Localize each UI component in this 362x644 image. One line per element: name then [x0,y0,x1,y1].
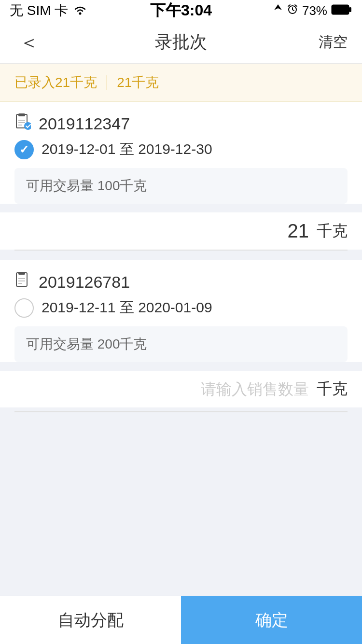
info-divider [107,75,107,90]
batch-icon-2 [14,272,31,292]
alarm-icon [287,3,298,18]
svg-point-9 [24,122,31,130]
batch-header-1: 2019112347 [14,113,348,134]
info-label: 已录入21千克 [14,73,97,92]
carrier-text: 无 SIM 卡 [10,1,68,20]
input-unit-2: 千克 [317,378,348,400]
batch-date-1: 2019-12-01 至 2019-12-30 [42,140,212,159]
clear-button[interactable]: 清空 [319,32,348,52]
nav-title: 录批次 [155,30,207,54]
section-divider [0,251,362,260]
nav-bar: ＜ 录批次 清空 [0,21,362,64]
status-left: 无 SIM 卡 [10,1,87,20]
batch-date-row-1: 2019-12-01 至 2019-12-30 [14,140,348,159]
batch-number-1: 2019112347 [39,114,130,133]
location-icon [273,3,283,18]
status-time: 下午3:04 [150,0,212,21]
battery-icon [331,3,352,18]
wifi-icon [73,3,87,18]
batch-availability-1: 可用交易量 100千克 [14,168,348,204]
quantity-unit-1: 千克 [317,221,348,242]
battery-percent: 73% [302,3,327,18]
input-row-2[interactable]: 千克 [0,371,362,407]
batch-item-2: 2019126781 2019-12-11 至 2020-01-09 可用交易量… [0,260,362,362]
batch-header-2: 2019126781 [14,272,348,292]
batch-radio-2[interactable] [14,298,34,318]
batch-number-2: 2019126781 [39,273,130,292]
svg-rect-2 [332,5,349,14]
status-bar: 无 SIM 卡 下午3:04 73% [0,0,362,21]
quantity-row-1: 21 千克 [0,212,362,250]
quantity-value-1: 21 [288,220,309,242]
info-banner: 已录入21千克 21千克 [0,64,362,102]
batch-date-2: 2019-12-11 至 2020-01-09 [42,298,212,318]
bottom-bar: 自动分配 确定 [0,596,362,644]
status-right: 73% [273,3,352,18]
info-value: 21千克 [117,73,159,92]
back-button[interactable]: ＜ [14,24,43,60]
batch-radio-1[interactable] [14,140,34,159]
batch-availability-2: 可用交易量 200千克 [14,326,348,362]
svg-rect-11 [18,272,25,275]
batch-date-row-2: 2019-12-11 至 2020-01-09 [14,298,348,318]
svg-rect-3 [349,7,351,12]
empty-area [0,412,362,625]
auto-distribute-button[interactable]: 自动分配 [0,596,181,644]
confirm-button[interactable]: 确定 [181,596,362,644]
batch-item-1: 2019112347 2019-12-01 至 2019-12-30 可用交易量… [0,102,362,204]
svg-rect-5 [18,113,25,116]
svg-rect-10 [16,273,27,286]
svg-point-0 [79,13,82,15]
batch-icon-1 [14,113,31,134]
quantity-input-2[interactable] [14,380,309,398]
